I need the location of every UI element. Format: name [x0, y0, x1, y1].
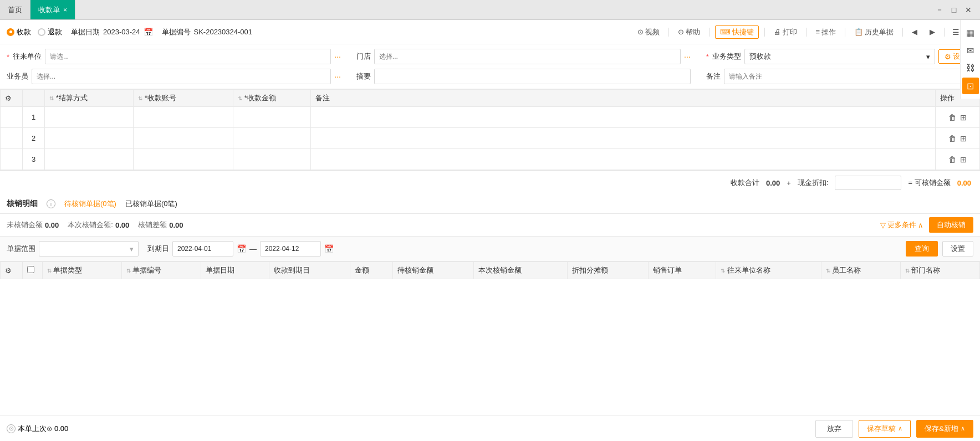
save-draft-btn[interactable]: 保存草稿 ∧ — [859, 420, 911, 438]
summary-input[interactable] — [374, 69, 691, 84]
date-end-calendar-icon[interactable]: 📅 — [324, 244, 334, 253]
range-select[interactable]: ▾ — [39, 241, 139, 257]
radio-receipt[interactable]: 收款 — [7, 27, 31, 37]
total-value: 0.00 — [766, 179, 780, 187]
tab-home[interactable]: 首页 — [0, 0, 30, 19]
vcol-salesperson-label: 员工名称 — [832, 266, 861, 274]
more-conditions-label: 更多条件 — [887, 220, 916, 230]
minimize-button[interactable]: － — [935, 5, 945, 15]
divider6 — [902, 28, 903, 37]
business-type-select[interactable]: 预收款 ▾ — [744, 49, 935, 64]
vcol-settings[interactable]: ⚙ — [1, 262, 23, 279]
radio-refund[interactable]: 退款 — [38, 27, 62, 37]
row2-method[interactable] — [45, 128, 134, 149]
row3-method[interactable] — [45, 149, 134, 170]
select-all-checkbox[interactable] — [27, 266, 34, 273]
bottom-info-icon[interactable]: ⊙ — [7, 424, 16, 433]
bottom-stat-label: 本单上次⊙ — [18, 424, 52, 434]
verify-info-icon[interactable]: i — [47, 199, 55, 208]
salesperson-input[interactable] — [32, 69, 331, 84]
business-type-field: * 业务类型 预收款 ▾ ⚙ 设置 — [706, 49, 973, 64]
vcol-department-label: 部门名称 — [911, 266, 940, 274]
remarks-input[interactable] — [724, 69, 973, 84]
date-end-input[interactable] — [260, 241, 321, 257]
row2-amount[interactable] — [233, 128, 311, 149]
operation-btn[interactable]: ≡ 操作 — [812, 26, 839, 38]
print-icon: 🖨 — [774, 28, 781, 36]
panel-link-icon[interactable]: ⛓ — [962, 60, 979, 76]
row2-note[interactable] — [311, 128, 936, 149]
table-row: 3 🗑 ⊞ — [1, 149, 980, 170]
query-btn[interactable]: 查询 — [906, 241, 938, 257]
row3-account[interactable] — [134, 149, 233, 170]
maximize-button[interactable]: □ — [949, 5, 959, 15]
nav-next-btn[interactable]: ▶ — [926, 27, 938, 37]
panel-table-icon[interactable]: ▦ — [962, 24, 979, 41]
vs4: ⇅ — [826, 268, 830, 274]
shortcut-btn[interactable]: ⌨ 快捷键 — [715, 25, 759, 39]
verify-table-wrapper: ⚙ ⇅ 单据类型 ⇅ 单据编号 — [0, 261, 980, 416]
vcol-bill-type: ⇅ 单据类型 — [43, 262, 122, 279]
panel-mail-icon[interactable]: ✉ — [962, 42, 979, 59]
save-new-btn[interactable]: 保存&新增 ∧ — [916, 420, 973, 438]
history-btn[interactable]: 📋 历史单据 — [851, 26, 897, 38]
tab-close-icon[interactable]: × — [63, 6, 67, 14]
print-btn[interactable]: 🖨 打印 — [770, 26, 800, 38]
date-calendar-icon[interactable]: 📅 — [144, 28, 153, 37]
nav-prev-btn[interactable]: ◀ — [908, 27, 921, 37]
row2-account[interactable] — [134, 128, 233, 149]
summary-field: 摘要 — [356, 69, 691, 84]
row3-amount[interactable] — [233, 149, 311, 170]
row3-delete-icon[interactable]: 🗑 — [948, 155, 956, 164]
verify-stats: 未核销金额 0.00 本次核销金额: 0.00 核销差额 0.00 ▽ 更多条件… — [0, 214, 980, 237]
form-row-1: * 往来单位 ··· 门店 ··· * 业务类型 预收款 ▾ ⚙ — [7, 49, 973, 64]
counterparty-more-icon[interactable]: ··· — [334, 52, 341, 61]
radio-refund-dot — [38, 28, 45, 36]
filter-settings-btn[interactable]: 设置 — [942, 241, 973, 257]
row1-method[interactable] — [45, 107, 134, 128]
row1-note[interactable] — [311, 107, 936, 128]
abandon-btn[interactable]: 放弃 — [815, 420, 853, 438]
col-account: ⇅ *收款账号 — [134, 90, 233, 107]
number-field: 单据编号 SK-20230324-001 — [162, 27, 253, 37]
col-settings[interactable]: ⚙ — [1, 90, 23, 107]
row1-delete-icon[interactable]: 🗑 — [948, 113, 956, 122]
radio-receipt-dot — [7, 28, 14, 36]
divider4 — [806, 28, 807, 37]
v-settings-icon: ⚙ — [5, 266, 12, 275]
pending-tab[interactable]: 待核销单据(0笔) — [64, 199, 116, 209]
vcol-amount: 金额 — [350, 262, 392, 279]
store-more-icon[interactable]: ··· — [684, 52, 691, 61]
video-btn[interactable]: ⊙ 视频 — [634, 26, 663, 38]
row2-delete-icon[interactable]: 🗑 — [948, 134, 956, 143]
more-conditions-btn[interactable]: ▽ 更多条件 ∧ — [880, 220, 923, 230]
discount-input[interactable] — [835, 176, 901, 190]
auto-verify-btn[interactable]: 自动核销 — [929, 217, 973, 233]
row1-copy-icon[interactable]: ⊞ — [960, 113, 967, 122]
counterparty-input[interactable] — [45, 49, 331, 64]
row1-amount[interactable] — [233, 107, 311, 128]
vs3: ⇅ — [721, 268, 725, 274]
done-tab[interactable]: 已核销单据(0笔) — [125, 199, 177, 209]
row1-account[interactable] — [134, 107, 233, 128]
row3-copy-icon[interactable]: ⊞ — [960, 155, 967, 164]
vcol-pending: 待核销金额 — [392, 262, 473, 279]
close-button[interactable]: ✕ — [963, 5, 973, 15]
date-start-input[interactable] — [172, 241, 233, 257]
date-start-calendar-icon[interactable]: 📅 — [237, 244, 246, 253]
row3-note[interactable] — [311, 149, 936, 170]
salesperson-more-icon[interactable]: ··· — [334, 72, 341, 81]
row2-copy-icon[interactable]: ⊞ — [960, 134, 967, 143]
vcol-checkbox[interactable] — [23, 262, 43, 279]
operation-icon: ≡ — [815, 28, 820, 36]
operation-label: 操作 — [821, 27, 836, 37]
radio-group: 收款 退款 — [7, 27, 62, 37]
diff-stat: 核销差额 0.00 — [138, 220, 183, 230]
chevron-up-icon: ∧ — [918, 221, 923, 229]
panel-active-icon[interactable]: ⊡ — [962, 78, 979, 94]
help-btn[interactable]: ⊙ 帮助 — [675, 26, 703, 38]
store-input[interactable] — [374, 49, 681, 64]
uncancelled-value: 0.00 — [45, 221, 59, 229]
tab-receipt[interactable]: 收款单 × — [30, 0, 75, 19]
divider1 — [668, 28, 669, 37]
